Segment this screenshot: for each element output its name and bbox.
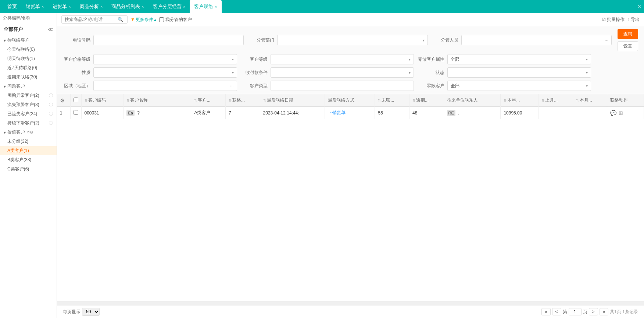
pagination: « < 第 页 > » 共1页 1条记录 (541, 308, 638, 315)
horizontal-scrollbar[interactable] (57, 301, 644, 305)
sidebar-item-churn-warning[interactable]: 流失预警客户(3) ⓘ (0, 100, 57, 109)
table-settings-icon[interactable]: ⚙ (60, 98, 65, 103)
col-overdue[interactable]: ⇅ 逾期... (409, 94, 444, 107)
contact-method-link[interactable]: 下销货单 (328, 110, 346, 115)
nav-purchase[interactable]: 进货单 × (48, 0, 75, 13)
query-button[interactable]: 查询 (618, 29, 638, 39)
col-code[interactable]: ⇅ 客户编码 (81, 94, 124, 107)
region-dots-icon[interactable]: ··· (230, 83, 234, 88)
filter-status-select[interactable]: ▾ (447, 67, 591, 78)
row-qr-icon[interactable]: ⊞ (619, 110, 623, 116)
sidebar-item-churned[interactable]: 已流失客户(24) ⓘ (0, 109, 57, 119)
col-overdue-sort-icon[interactable]: ⇅ (412, 98, 415, 102)
sidebar-item-class-a[interactable]: A类客户(1) (0, 146, 57, 155)
contact-person-text: . (458, 110, 459, 116)
select-all-checkbox[interactable] (74, 98, 78, 102)
col-this-year[interactable]: ⇅ 本年... (501, 94, 539, 107)
col-type-sort-icon[interactable]: ⇅ (194, 98, 197, 102)
sidebar-item-declining[interactable]: 持续下滑客户(2) ⓘ (0, 119, 57, 128)
nav-customer-tier[interactable]: 客户分层经营 × (149, 0, 190, 13)
window-close-button[interactable]: × (638, 3, 641, 10)
col-last-contact-date[interactable]: ⇅ 最后联络日期 (260, 94, 325, 107)
page-size-select[interactable]: 50 (82, 308, 100, 316)
section-pending-contact[interactable]: ▾ 待联络客户 (0, 36, 57, 45)
section-value-customers[interactable]: ▾ 价值客户 ↺ ⚙ (0, 128, 57, 137)
nav-sales[interactable]: 销货单 × (21, 0, 48, 13)
settings-button[interactable]: 设置 (618, 41, 638, 51)
col-contact[interactable]: ⇅ 联络... (226, 94, 260, 107)
sidebar-item-hoarding[interactable]: 囤购异常客户(2) ⓘ (0, 91, 57, 100)
sidebar-collapse-icon[interactable]: ≪ (47, 26, 53, 32)
col-last-month[interactable]: ⇅ 上月... (539, 94, 573, 107)
nav-purchase-close[interactable]: × (68, 4, 71, 9)
total-pages-label: 页 (583, 309, 587, 315)
nav-analysis[interactable]: 商品分析 × (75, 0, 107, 13)
filter-customer-level-select[interactable]: ▾ (271, 54, 414, 64)
row-checkbox[interactable] (74, 110, 78, 115)
last-page-button[interactable]: » (600, 308, 609, 315)
filter-phone-input[interactable] (93, 35, 244, 45)
value-customers-settings-icon[interactable]: ⚙ (30, 130, 33, 135)
person-dots-icon[interactable]: ··· (605, 38, 608, 43)
my-customers-checkbox[interactable] (159, 17, 164, 22)
filter-retail-attr-select[interactable]: 全部▾ (447, 54, 591, 64)
nav-home-label: 首页 (7, 3, 17, 10)
nav-analysis-close[interactable]: × (100, 4, 103, 9)
col-name-label: 客户名称 (130, 97, 148, 103)
col-contact-sort-icon[interactable]: ⇅ (229, 98, 232, 102)
hoarding-info-icon[interactable]: ⓘ (49, 93, 53, 98)
col-name-sort-icon[interactable]: ⇅ (126, 98, 129, 102)
col-date-sort-icon[interactable]: ⇅ (263, 98, 266, 102)
nav-customer-contact[interactable]: 客户联络 × (190, 0, 221, 13)
filter-region-input[interactable]: ··· (93, 81, 237, 91)
more-filters-button[interactable]: ▼ 更多条件 ▴ (130, 17, 156, 23)
col-code-sort-icon[interactable]: ⇅ (85, 98, 87, 102)
sidebar-item-class-b[interactable]: B类客户(33) (0, 155, 57, 165)
nav-analysis-list-close[interactable]: × (142, 4, 144, 9)
row-chat-icon[interactable]: 💬 (610, 110, 616, 116)
export-button[interactable]: ↑ 导出 (627, 17, 640, 23)
dept-select-arrow: ▾ (423, 38, 425, 42)
batch-operation-button[interactable]: ☑ 批量操作 (602, 17, 625, 23)
nav-sales-close[interactable]: × (42, 4, 44, 9)
col-thisyear-sort-icon[interactable]: ⇅ (504, 98, 507, 102)
nav-customer-contact-close[interactable]: × (215, 4, 217, 9)
churn-warning-info-icon[interactable]: ⓘ (49, 102, 53, 107)
filter-search-icon[interactable]: 🔍 (118, 17, 123, 22)
filter-customer-type-input[interactable] (271, 81, 414, 91)
section-problem-customers[interactable]: ▾ 问题客户 (0, 82, 57, 91)
sidebar-item-overdue[interactable]: 逾期未联络(30) (0, 73, 57, 82)
col-name[interactable]: ⇅ 客户名称 (124, 94, 191, 107)
sidebar-item-7days[interactable]: 近7天待联络(0) (0, 63, 57, 73)
nav-customer-tier-close[interactable]: × (183, 4, 185, 9)
filter-search-input[interactable] (65, 17, 116, 22)
filter-dept-select[interactable]: ▾ (277, 35, 427, 45)
churned-info-icon[interactable]: ⓘ (49, 111, 53, 117)
value-customers-refresh-icon[interactable]: ↺ (26, 130, 30, 135)
sidebar-item-class-c[interactable]: C类客户(6) (0, 165, 57, 174)
nav-home[interactable]: 首页 (3, 0, 21, 13)
next-page-button[interactable]: > (589, 308, 598, 315)
filter-person-input[interactable]: ··· (461, 35, 612, 45)
col-overdue-label: 逾期... (416, 97, 429, 103)
col-this-month[interactable]: ⇅ 本月... (573, 94, 607, 107)
first-page-button[interactable]: « (541, 308, 551, 315)
sidebar-item-ungrouped[interactable]: 未分组(32) (0, 137, 57, 146)
filter-payment-select[interactable]: ▾ (271, 67, 414, 78)
col-thismonth-sort-icon[interactable]: ⇅ (576, 98, 579, 102)
col-no-contact-days[interactable]: ⇅ 未联... (375, 94, 409, 107)
filter-nature-select[interactable]: ▾ (93, 67, 237, 78)
sidebar-item-today[interactable]: 今天待联络(0) (0, 45, 57, 54)
declining-info-icon[interactable]: ⓘ (49, 120, 53, 126)
col-type[interactable]: ⇅ 客户... (191, 94, 226, 107)
prev-page-button[interactable]: < (552, 308, 561, 315)
col-lastmonth-sort-icon[interactable]: ⇅ (541, 98, 544, 102)
my-customers-checkbox-container[interactable]: 我分管的客户 (159, 17, 192, 23)
col-nocontact-sort-icon[interactable]: ⇅ (378, 98, 381, 102)
sidebar-item-tomorrow[interactable]: 明天待联络(1) (0, 54, 57, 63)
filter-price-level-select[interactable]: ▾ (93, 54, 237, 64)
filter-retail-select[interactable]: 全部▾ (447, 81, 591, 91)
nav-analysis-list[interactable]: 商品分析列表 × (107, 0, 148, 13)
page-number-input[interactable] (569, 308, 582, 315)
sidebar-search-input[interactable] (3, 15, 57, 21)
